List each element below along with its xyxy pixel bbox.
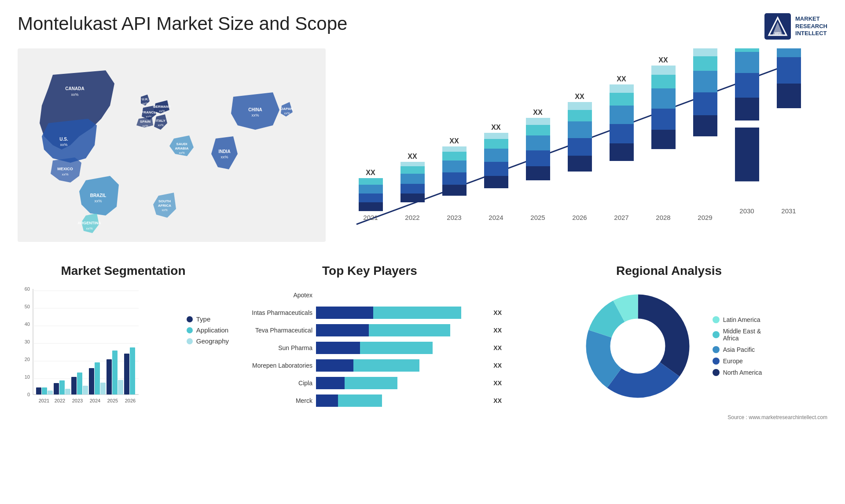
svg-text:xx%: xx% xyxy=(62,172,68,176)
svg-rect-73 xyxy=(568,156,592,172)
svg-text:GERMANY: GERMANY xyxy=(153,105,172,109)
label-north-america: North America xyxy=(723,369,762,376)
segmentation-title: Market Segmentation xyxy=(18,264,229,278)
legend-application: Application xyxy=(187,326,229,334)
player-name-intas: Intas Pharmaceuticals xyxy=(238,309,312,316)
donut-chart xyxy=(576,285,699,408)
player-bar-seg1-intas xyxy=(316,307,373,319)
svg-text:XX: XX xyxy=(449,137,459,145)
regional-title: Regional Analysis xyxy=(511,264,827,278)
svg-rect-109 xyxy=(777,57,801,84)
dot-middle-east xyxy=(713,331,720,338)
page: Montelukast API Market Size and Scope MR… xyxy=(0,0,845,504)
svg-rect-87 xyxy=(651,130,676,149)
svg-rect-45 xyxy=(400,194,425,202)
logo-text: MARKET RESEARCH INTELLECT xyxy=(795,15,827,38)
svg-text:U.S.: U.S. xyxy=(59,137,68,142)
player-bar-cipla xyxy=(316,377,487,389)
svg-text:20: 20 xyxy=(25,357,30,362)
svg-rect-47 xyxy=(400,174,425,184)
svg-text:2021: 2021 xyxy=(39,398,49,403)
svg-text:XX: XX xyxy=(491,124,501,131)
svg-text:SAUDI: SAUDI xyxy=(176,142,187,146)
svg-rect-147 xyxy=(118,380,123,394)
svg-text:2027: 2027 xyxy=(614,214,628,221)
svg-rect-88 xyxy=(651,109,676,130)
svg-rect-67 xyxy=(526,150,550,166)
header: Montelukast API Market Size and Scope MR… xyxy=(18,13,827,40)
svg-text:U.K.: U.K. xyxy=(142,97,149,101)
legend-geography: Geography xyxy=(187,337,229,345)
svg-text:2023: 2023 xyxy=(447,214,461,221)
svg-rect-81 xyxy=(610,124,634,143)
svg-rect-150 xyxy=(130,347,135,394)
svg-rect-108 xyxy=(777,84,801,108)
player-bar-seg1-teva xyxy=(316,324,369,336)
svg-text:2024: 2024 xyxy=(489,214,503,221)
player-name-apotex: Apotex xyxy=(238,292,312,299)
svg-rect-56 xyxy=(442,146,467,152)
svg-rect-70 xyxy=(526,118,550,125)
player-bar-seg1-merck xyxy=(316,394,338,407)
svg-text:60: 60 xyxy=(25,286,30,292)
svg-rect-143 xyxy=(100,383,106,394)
player-bar-seg2-cipla xyxy=(345,377,397,389)
regional-legend: Latin America Middle East &Africa Asia P… xyxy=(713,316,762,376)
player-name-merck: Merck xyxy=(238,397,312,404)
svg-text:2030: 2030 xyxy=(739,207,754,215)
player-bar-seg2-merck xyxy=(338,394,382,407)
player-row-sun: Sun Pharma XX xyxy=(238,342,502,354)
svg-rect-40 xyxy=(359,194,383,202)
svg-rect-83 xyxy=(610,93,634,106)
svg-text:XX: XX xyxy=(617,75,626,83)
svg-text:XX: XX xyxy=(533,109,543,116)
svg-rect-102 xyxy=(735,98,759,121)
player-row-morepen: Morepen Laboratories XX xyxy=(238,359,502,372)
bar-chart-container: XX 2021 XX 2022 XX 2023 xyxy=(326,48,827,251)
player-bar-teva xyxy=(316,324,487,336)
logo-icon: MRI xyxy=(764,13,791,40)
key-players-section: Top Key Players Apotex Intas Pharmaceuti… xyxy=(238,264,502,420)
svg-text:JAPAN: JAPAN xyxy=(281,107,293,111)
svg-rect-94 xyxy=(693,115,717,136)
label-latin-america: Latin America xyxy=(723,316,760,323)
svg-rect-82 xyxy=(610,106,634,124)
svg-rect-134 xyxy=(59,380,65,394)
svg-text:2029: 2029 xyxy=(698,214,712,221)
player-bar-sun xyxy=(316,342,487,354)
svg-text:MRI: MRI xyxy=(775,31,781,35)
svg-rect-46 xyxy=(400,184,425,194)
legend-type-label: Type xyxy=(196,315,211,323)
player-name-cipla: Cipla xyxy=(238,380,312,387)
svg-text:xx%: xx% xyxy=(86,226,92,230)
svg-text:2024: 2024 xyxy=(90,398,100,403)
player-bar-seg2-teva xyxy=(369,324,450,336)
svg-rect-66 xyxy=(526,166,550,180)
svg-rect-139 xyxy=(83,386,88,394)
svg-text:2025: 2025 xyxy=(107,398,118,403)
svg-text:XX: XX xyxy=(366,169,375,176)
player-row-apotex: Apotex xyxy=(238,289,502,301)
svg-text:50: 50 xyxy=(25,304,30,309)
svg-rect-69 xyxy=(526,125,550,135)
dot-europe xyxy=(713,358,720,365)
svg-rect-75 xyxy=(568,121,592,138)
segmentation-chart: 60 50 40 30 20 10 0 xyxy=(18,285,141,416)
svg-rect-59 xyxy=(484,176,508,188)
svg-rect-74 xyxy=(568,138,592,156)
svg-text:30: 30 xyxy=(25,339,30,344)
svg-rect-110 xyxy=(777,48,801,57)
svg-rect-133 xyxy=(54,383,59,394)
svg-rect-95 xyxy=(693,92,717,115)
player-bar-seg1-cipla xyxy=(316,377,345,389)
svg-rect-138 xyxy=(77,373,82,394)
svg-text:xx%: xx% xyxy=(159,110,165,113)
svg-rect-62 xyxy=(484,139,508,149)
svg-rect-80 xyxy=(610,143,634,161)
svg-rect-104 xyxy=(735,52,759,73)
svg-rect-105 xyxy=(735,48,759,52)
svg-rect-91 xyxy=(651,66,676,75)
svg-rect-49 xyxy=(400,162,425,166)
svg-text:2022: 2022 xyxy=(55,398,65,403)
player-val-cipla: XX xyxy=(493,380,502,387)
